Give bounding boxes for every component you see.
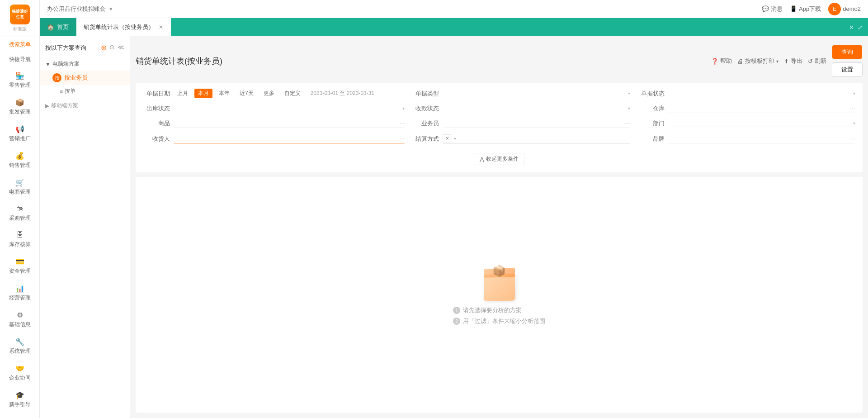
app-download-btn[interactable]: 📱 App下载: [790, 5, 821, 13]
date-btn-7days[interactable]: 近7天: [236, 89, 257, 98]
template-print-btn[interactable]: 🖨 按模板打印 ▾: [737, 57, 778, 65]
wholesale-icon: 📦: [15, 98, 24, 107]
sidebar: 畅捷通好生意 标准版 搜索菜单 快捷导航 🏪 零售管理 📦 批发管理 📢 营销推…: [0, 0, 40, 418]
salesman-input[interactable]: ···: [443, 119, 630, 128]
sidebar-item-ecommerce[interactable]: 🛒 电商管理: [0, 174, 39, 200]
mobile-section[interactable]: ▶ 移动端方案: [40, 99, 130, 112]
brand-input[interactable]: ···: [668, 134, 856, 143]
right-content: 销货单统计表(按业务员) ❓ 帮助 🖨 按模板打印 ▾ ⬆ 导出: [130, 36, 868, 418]
collapse-btn[interactable]: ⋀ 收起更多条件: [474, 153, 524, 165]
sidebar-item-quick[interactable]: 快捷导航: [0, 52, 39, 67]
basic-icon: ⚙: [17, 311, 23, 319]
date-btn-last-month[interactable]: 上月: [174, 89, 192, 98]
warehouse-input[interactable]: ···: [668, 104, 856, 113]
user-menu[interactable]: E demo2: [828, 3, 861, 15]
sidebar-item-operation[interactable]: 📊 经营管理: [0, 280, 39, 306]
out-status-select[interactable]: ▾: [174, 105, 405, 112]
tab-expand-area: ✕ ⤢: [844, 24, 868, 31]
date-btn-this-year[interactable]: 本年: [215, 89, 233, 98]
tab-close-icon[interactable]: ✕: [159, 24, 163, 30]
date-btn-more[interactable]: 更多: [260, 89, 278, 98]
filter-brand: 品牌 ···: [637, 134, 856, 143]
empty-tip-1: 1 请先选择要分析的方案: [453, 306, 545, 314]
doc-type-select[interactable]: ▾: [443, 90, 630, 97]
dropdown-arrow-icon[interactable]: ▾: [109, 5, 113, 12]
dept-select[interactable]: ▾: [668, 120, 856, 127]
filter-dept: 部门 ▾: [637, 119, 856, 128]
scheme-by-order-label: 按单: [65, 87, 75, 95]
sidebar-item-appstore[interactable]: 📱 应用中心: [0, 413, 39, 418]
receiver-dots-icon[interactable]: ···: [399, 135, 405, 142]
sidebar-item-label: 采购管理: [9, 214, 31, 222]
sidebar-item-label: 新手引导: [9, 401, 31, 408]
scheme-by-order[interactable]: ≡ 按单: [40, 85, 130, 97]
refresh-icon: ↺: [808, 58, 813, 65]
finance-icon: 💳: [15, 257, 24, 266]
receiver-input[interactable]: ···: [174, 134, 405, 143]
brand-dots-icon[interactable]: ···: [850, 135, 855, 142]
help-btn[interactable]: ❓ 帮助: [711, 57, 732, 65]
add-scheme-icon[interactable]: ⊕: [101, 43, 107, 52]
sidebar-item-retail[interactable]: 🏪 零售管理: [0, 67, 39, 94]
warehouse-dots-icon[interactable]: ···: [850, 104, 855, 112]
sidebar-item-label: 电商管理: [9, 188, 31, 196]
tab-home[interactable]: 🏠 首页: [40, 18, 76, 36]
sidebar-item-purchase[interactable]: 🛍 采购管理: [0, 200, 39, 227]
export-btn[interactable]: ⬆ 导出: [784, 57, 802, 65]
filter-receiver: 收货人 ···: [143, 134, 405, 143]
sidebar-item-marketing[interactable]: 📢 营销推广: [0, 120, 39, 147]
tip-2-text: 用「过滤」条件来缩小分析范围: [463, 317, 545, 325]
sidebar-item-sales[interactable]: 💰 销售管理: [0, 147, 39, 174]
scheme-salesperson[interactable]: 按 按业务员: [40, 71, 130, 85]
collapse-panel-icon[interactable]: ≪: [118, 43, 124, 52]
brand-label: 品牌: [637, 135, 665, 143]
message-btn[interactable]: 💬 消息: [762, 5, 783, 13]
empty-box-icon: 📦: [492, 265, 506, 277]
pc-section-title[interactable]: ▼ 电脑端方案: [40, 57, 130, 71]
filter-warehouse: 仓库 ···: [637, 104, 856, 113]
goods-dots-icon[interactable]: ···: [399, 119, 405, 127]
doc-status-arrow-icon: ▾: [853, 91, 855, 96]
edit-scheme-icon[interactable]: ⊙: [109, 43, 115, 52]
sidebar-item-basic[interactable]: ⚙ 基础信息: [0, 306, 39, 333]
filter-goods: 商品 ···: [143, 119, 405, 128]
topbar: 办公用品行业模拟账套 ▾ 💬 消息 📱 App下载 E demo2: [40, 0, 868, 18]
filter-doc-type: 单据类型 ▾: [412, 90, 630, 98]
sidebar-item-inventory[interactable]: 🗄 库存核算: [0, 227, 39, 253]
settlement-tag: ×: [443, 134, 452, 142]
set-button[interactable]: 设置: [832, 62, 863, 77]
goods-input[interactable]: ···: [174, 119, 405, 128]
recv-status-select[interactable]: ▾: [443, 105, 630, 112]
pc-section-label: 电脑端方案: [52, 60, 80, 68]
refresh-label: 刷新: [815, 57, 826, 65]
sidebar-item-label: 经营管理: [9, 294, 31, 302]
filter-row-2: 出库状态 ▾ 收款状态 ▾ 仓库: [143, 104, 855, 113]
sidebar-item-enterprise[interactable]: 🤝 企业协同: [0, 360, 39, 386]
refresh-btn[interactable]: ↺ 刷新: [808, 57, 826, 65]
dept-arrow-icon: ▾: [853, 121, 855, 126]
scheme-salesperson-label: 按业务员: [64, 74, 88, 82]
collapse-label: 收起更多条件: [486, 155, 519, 163]
date-btn-custom[interactable]: 自定义: [281, 89, 304, 98]
doc-status-select[interactable]: ▾: [668, 90, 856, 97]
tip-num-2: 2: [453, 318, 460, 325]
settlement-select[interactable]: × ▾: [443, 133, 630, 144]
avatar: E: [828, 3, 841, 15]
triangle-icon: ▼: [45, 61, 51, 67]
sidebar-item-system[interactable]: 🔧 系统管理: [0, 333, 39, 360]
sidebar-item-search[interactable]: 搜索菜单: [0, 37, 39, 52]
topbar-left: 办公用品行业模拟账套 ▾: [47, 5, 113, 13]
sidebar-item-finance[interactable]: 💳 资金管理: [0, 253, 39, 280]
expand-icon[interactable]: ⤢: [858, 24, 863, 31]
settlement-tag-close[interactable]: ×: [446, 135, 449, 142]
sidebar-item-newbie[interactable]: 🎓 新手引导: [0, 386, 39, 413]
filter-row-1: 单据日期 上月 本月 本年 近7天 更多 自定义 2023-03-01 至 20…: [143, 89, 855, 98]
filter-settlement: 结算方式 × ▾: [412, 133, 630, 144]
sidebar-item-label: 资金管理: [9, 267, 31, 275]
tab-sales-stat[interactable]: 销货单统计表（按业务员） ✕: [76, 18, 171, 36]
query-button[interactable]: 查询: [832, 45, 862, 59]
salesman-dots-icon[interactable]: ···: [625, 119, 630, 127]
sidebar-item-wholesale[interactable]: 📦 批发管理: [0, 94, 39, 120]
close-window-icon[interactable]: ✕: [849, 24, 854, 31]
date-btn-this-month[interactable]: 本月: [194, 89, 212, 98]
